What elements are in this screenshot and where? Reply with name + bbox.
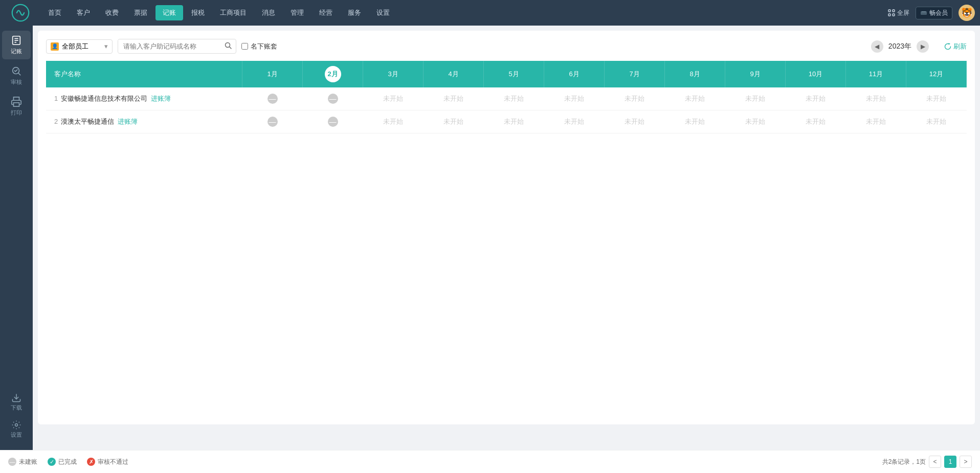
nav-item-服务[interactable]: 服务	[341, 5, 368, 20]
status-cell-1: —	[242, 110, 303, 133]
status-cell-7: 未开始	[605, 87, 665, 110]
vip-button[interactable]: 畅会员	[916, 7, 952, 19]
col-month-2: 2月	[303, 61, 363, 87]
status-minus-icon: —	[328, 94, 338, 104]
sidebar-item-audit[interactable]: 审核	[2, 61, 31, 90]
legend-rejected: ✗ 审核不通过	[87, 458, 128, 466]
status-not-started: 未开始	[926, 118, 946, 125]
status-not-started: 未开始	[564, 118, 584, 125]
svg-rect-1	[888, 10, 890, 12]
status-cell-10: 未开始	[786, 110, 846, 133]
next-year-button[interactable]: ▶	[917, 40, 929, 53]
year-navigation: ◀ 2023年 ▶	[871, 40, 929, 53]
sidebar-download[interactable]: 下载	[2, 390, 31, 415]
status-not-started: 未开始	[443, 95, 463, 102]
app-logo[interactable]	[5, 4, 36, 22]
status-not-started: 未开始	[685, 95, 705, 102]
prev-page-button[interactable]: <	[929, 456, 941, 468]
status-cell-4: 未开始	[424, 110, 484, 133]
legend-not-started: — 未建账	[8, 458, 37, 466]
status-minus-icon: —	[268, 117, 278, 127]
status-cell-9: 未开始	[725, 87, 786, 110]
sidebar-item-print[interactable]: 打印	[2, 92, 31, 121]
sidebar-accounting-label: 记账	[11, 48, 22, 55]
status-minus-icon: —	[328, 117, 338, 127]
status-cell-4: 未开始	[424, 87, 484, 110]
legend-not-started-label: 未建账	[19, 458, 37, 466]
svg-point-14	[15, 424, 18, 426]
status-cell-12: 未开始	[906, 87, 967, 110]
table-row: 2漠澳太平畅捷通信 进账簿——未开始未开始未开始未开始未开始未开始未开始未开始未…	[46, 110, 967, 133]
row-number: 2	[54, 118, 58, 125]
svg-rect-6	[922, 11, 926, 12]
col-month-6: 6月	[544, 61, 605, 87]
status-cell-6: 未开始	[544, 110, 605, 133]
page-1-button[interactable]: 1	[944, 456, 956, 468]
status-not-started: 未开始	[625, 118, 644, 125]
employee-icon: 👤	[51, 42, 59, 51]
my-accounts-checkbox[interactable]	[241, 43, 248, 50]
col-month-8: 8月	[665, 61, 725, 87]
status-not-started: 未开始	[383, 118, 403, 125]
table-row: 1安徽畅捷通信息技术有限公司 进账簿——未开始未开始未开始未开始未开始未开始未开…	[46, 87, 967, 110]
status-not-started: 未开始	[383, 95, 403, 102]
sidebar-settings[interactable]: 设置	[2, 417, 31, 442]
nav-item-消息[interactable]: 消息	[255, 5, 282, 20]
col-month-7: 7月	[605, 61, 665, 87]
top-navigation: 首页客户收费票据记账报税工商项目消息管理经营服务设置 全屏 畅会员 🐯	[0, 0, 980, 26]
search-box	[118, 39, 236, 54]
content-card: 👤 全部员工 ▾ 名下账套 ◀ 2023年 ▶	[38, 31, 975, 424]
status-cell-5: 未开始	[484, 87, 544, 110]
sidebar: 记账 审核 打印 下载	[0, 26, 33, 450]
status-cell-11: 未开始	[846, 110, 906, 133]
status-not-started: 未开始	[745, 95, 765, 102]
user-avatar[interactable]: 🐯	[959, 5, 975, 21]
status-cell-8: 未开始	[665, 110, 725, 133]
search-input[interactable]	[118, 40, 220, 53]
company-name: 漠澳太平畅捷通信	[61, 118, 114, 125]
col-month-12: 12月	[906, 61, 967, 87]
nav-item-客户[interactable]: 客户	[70, 5, 97, 20]
col-month-9: 9月	[725, 61, 786, 87]
nav-item-设置[interactable]: 设置	[369, 5, 397, 20]
status-cell-1: —	[242, 87, 303, 110]
svg-rect-2	[893, 10, 895, 12]
svg-rect-3	[888, 14, 890, 16]
employee-select-label: 全部员工	[62, 42, 88, 51]
nav-item-报税[interactable]: 报税	[184, 5, 212, 20]
company-cell: 2漠澳太平畅捷通信 进账簿	[46, 110, 242, 133]
nav-item-经营[interactable]: 经营	[312, 5, 340, 20]
status-cell-7: 未开始	[605, 110, 665, 133]
status-cell-2: —	[303, 87, 363, 110]
checkbox-label-text: 名下账套	[251, 42, 277, 51]
nav-item-首页[interactable]: 首页	[41, 5, 69, 20]
employee-select[interactable]: 👤 全部员工 ▾	[46, 39, 113, 54]
status-not-started: 未开始	[926, 95, 946, 102]
next-page-button[interactable]: >	[960, 456, 972, 468]
sidebar-item-accounting[interactable]: 记账	[2, 31, 31, 59]
enter-ledger-link[interactable]: 进账簿	[151, 95, 171, 102]
main-content: 👤 全部员工 ▾ 名下账套 ◀ 2023年 ▶	[33, 26, 980, 450]
col-month-3: 3月	[363, 61, 424, 87]
nav-item-收费[interactable]: 收费	[98, 5, 126, 20]
refresh-button[interactable]: 刷新	[944, 42, 967, 51]
search-button[interactable]	[220, 39, 236, 53]
status-cell-3: 未开始	[363, 110, 424, 133]
status-not-started: 未开始	[504, 95, 524, 102]
fullscreen-button[interactable]: 全屏	[888, 9, 909, 17]
checkbox-my-accounts[interactable]: 名下账套	[241, 42, 277, 51]
sidebar-audit-label: 审核	[11, 78, 22, 86]
table-body: 1安徽畅捷通信息技术有限公司 进账簿——未开始未开始未开始未开始未开始未开始未开…	[46, 87, 967, 133]
total-records: 共2条记录，1页	[882, 458, 926, 466]
enter-ledger-link[interactable]: 进账簿	[118, 118, 138, 125]
svg-rect-12	[14, 103, 19, 106]
status-cell-11: 未开始	[846, 87, 906, 110]
nav-item-记账[interactable]: 记账	[155, 5, 183, 20]
chevron-down-icon: ▾	[104, 42, 108, 50]
nav-item-工商项目[interactable]: 工商项目	[213, 5, 254, 20]
status-cell-3: 未开始	[363, 87, 424, 110]
status-not-started: 未开始	[806, 118, 826, 125]
nav-item-管理[interactable]: 管理	[283, 5, 311, 20]
nav-item-票据[interactable]: 票据	[127, 5, 154, 20]
prev-year-button[interactable]: ◀	[871, 40, 883, 53]
